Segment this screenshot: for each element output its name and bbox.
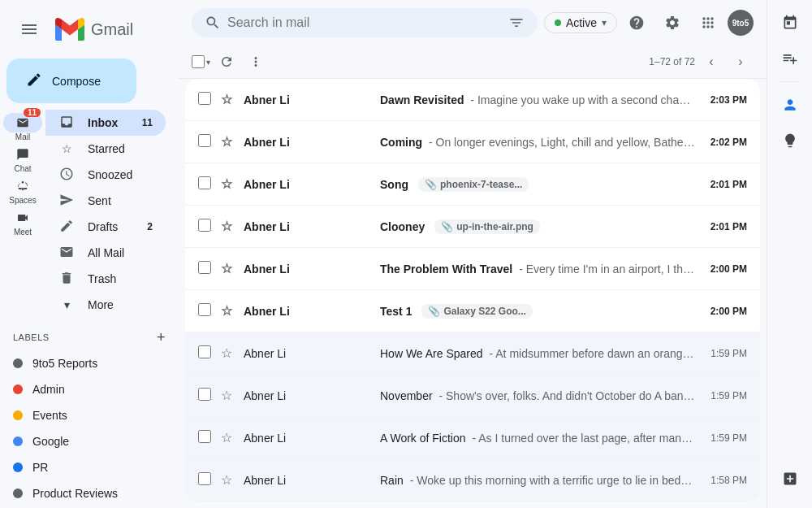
email-row[interactable]: ☆ Abner Li November - Show's over, folks… bbox=[185, 375, 760, 417]
add-label-button[interactable]: + bbox=[157, 329, 166, 346]
email-star[interactable]: ☆ bbox=[221, 261, 237, 276]
email-row[interactable]: ☆ Abner Li Song📎phoenix-7-tease... 2:01 … bbox=[185, 163, 760, 206]
email-checkbox[interactable] bbox=[198, 388, 211, 401]
prev-page-button[interactable]: ‹ bbox=[698, 49, 724, 75]
email-row[interactable]: ☆ Abner Li Rain - Woke up this morning w… bbox=[185, 459, 760, 501]
select-all-checkbox[interactable] bbox=[192, 55, 205, 68]
email-checkbox[interactable] bbox=[198, 261, 211, 274]
nav-icon-chat[interactable]: Chat bbox=[3, 145, 42, 173]
email-checkbox[interactable] bbox=[198, 472, 211, 485]
email-checkbox[interactable] bbox=[198, 134, 211, 147]
email-checkbox[interactable] bbox=[198, 430, 211, 443]
nav-icon-spaces[interactable]: Spaces bbox=[3, 176, 42, 205]
search-filter-icon[interactable] bbox=[508, 15, 525, 31]
email-checkbox[interactable] bbox=[198, 176, 211, 189]
more-nav-icon: ▾ bbox=[58, 298, 75, 311]
label-pr[interactable]: PR bbox=[0, 454, 166, 480]
email-star[interactable]: ☆ bbox=[221, 176, 237, 192]
more-options-button[interactable] bbox=[243, 49, 269, 75]
nav-drafts[interactable]: Drafts 2 bbox=[45, 214, 166, 240]
email-star[interactable]: ☆ bbox=[221, 303, 237, 319]
select-dropdown-icon[interactable]: ▾ bbox=[206, 58, 210, 67]
email-star[interactable]: ☆ bbox=[221, 345, 237, 361]
email-checkbox-area[interactable] bbox=[198, 219, 214, 234]
settings-button[interactable] bbox=[656, 7, 689, 39]
refresh-button[interactable] bbox=[214, 49, 240, 75]
email-body: Clooney📎up-in-the-air.png bbox=[380, 219, 695, 234]
email-checkbox[interactable] bbox=[198, 345, 211, 358]
email-row[interactable]: ☆ Abner Li Coming - On longer evenings, … bbox=[185, 121, 760, 163]
email-checkbox-area[interactable] bbox=[198, 176, 214, 192]
email-row[interactable]: ☆ Abner Li How We Are Spared - At midsum… bbox=[185, 332, 760, 375]
nav-icon-meet[interactable]: Meet bbox=[3, 208, 42, 237]
attachment-icon: 📎 bbox=[425, 179, 437, 190]
side-panel-keep[interactable] bbox=[774, 124, 806, 157]
search-input[interactable] bbox=[227, 15, 502, 30]
email-checkbox-area[interactable] bbox=[198, 261, 214, 276]
help-button[interactable] bbox=[620, 7, 653, 39]
active-status[interactable]: Active ▾ bbox=[544, 12, 617, 33]
email-checkbox-area[interactable] bbox=[198, 388, 214, 403]
nav-snoozed[interactable]: Snoozed bbox=[45, 162, 166, 188]
side-panel-tasks[interactable] bbox=[774, 42, 806, 75]
email-row[interactable]: ☆ Abner Li The Problem With Travel - Eve… bbox=[185, 248, 760, 290]
email-body: Dawn Revisited - Imagine you wake up wit… bbox=[380, 93, 695, 106]
side-panel-calendar[interactable] bbox=[774, 7, 806, 39]
nav-more[interactable]: ▾ More bbox=[45, 292, 166, 318]
nav-icon-mail[interactable]: 11 Mail bbox=[3, 113, 42, 141]
nav-inbox[interactable]: Inbox 11 bbox=[45, 110, 166, 136]
active-dot bbox=[555, 20, 561, 26]
menu-button[interactable] bbox=[13, 13, 45, 46]
email-subject: November bbox=[380, 389, 433, 402]
drafts-icon bbox=[58, 219, 75, 236]
pagination-text: 1–72 of 72 bbox=[649, 56, 695, 67]
email-checkbox-area[interactable] bbox=[198, 472, 214, 488]
email-checkbox[interactable] bbox=[198, 219, 211, 232]
email-time: 2:01 PM bbox=[702, 221, 747, 232]
email-snippet: - Woke up this morning with a terrific u… bbox=[407, 474, 695, 487]
email-checkbox[interactable] bbox=[198, 92, 211, 105]
label-name-google: Google bbox=[32, 435, 69, 448]
side-panel-add-icon[interactable] bbox=[774, 462, 806, 495]
nav-sent[interactable]: Sent bbox=[45, 188, 166, 214]
compose-icon bbox=[26, 72, 42, 90]
email-checkbox-area[interactable] bbox=[198, 303, 214, 319]
email-star[interactable]: ☆ bbox=[221, 219, 237, 234]
email-star[interactable]: ☆ bbox=[221, 388, 237, 403]
select-all-area[interactable]: ▾ bbox=[192, 55, 210, 68]
avatar-text: 9to5 bbox=[732, 19, 749, 28]
email-row[interactable]: ☆ Abner Li Clooney📎up-in-the-air.png 2:0… bbox=[185, 206, 760, 248]
label-google[interactable]: Google bbox=[0, 428, 166, 454]
active-label: Active bbox=[566, 16, 597, 29]
avatar[interactable]: 9to5 bbox=[728, 10, 754, 36]
label-events[interactable]: Events bbox=[0, 402, 166, 428]
email-sender: Abner Li bbox=[244, 178, 374, 191]
apps-button[interactable] bbox=[692, 7, 724, 39]
next-page-button[interactable]: › bbox=[728, 49, 754, 75]
label-dot-product bbox=[13, 488, 23, 498]
side-panel-contacts[interactable] bbox=[774, 89, 806, 121]
compose-button[interactable]: Compose bbox=[6, 59, 136, 103]
nav-all-mail[interactable]: All Mail bbox=[45, 240, 166, 266]
email-star[interactable]: ☆ bbox=[221, 134, 237, 150]
nav-trash[interactable]: Trash bbox=[45, 266, 166, 292]
email-row[interactable]: ☆ Abner Li Dawn Revisited - Imagine you … bbox=[185, 79, 760, 121]
email-checkbox-area[interactable] bbox=[198, 92, 214, 107]
label-product[interactable]: Product Reviews bbox=[0, 480, 166, 506]
pagination: 1–72 of 72 ‹ › bbox=[649, 49, 754, 75]
email-checkbox-area[interactable] bbox=[198, 134, 214, 150]
email-row[interactable]: ☆ Abner Li Test 1📎Galaxy S22 Goo... 2:00… bbox=[185, 290, 760, 332]
label-admin[interactable]: Admin bbox=[0, 376, 166, 402]
starred-icon: ☆ bbox=[58, 142, 75, 155]
email-checkbox-area[interactable] bbox=[198, 345, 214, 361]
label-9to5[interactable]: 9to5 Reports bbox=[0, 350, 166, 376]
email-star[interactable]: ☆ bbox=[221, 430, 237, 445]
email-checkbox-area[interactable] bbox=[198, 430, 214, 445]
nav-starred[interactable]: ☆ Starred bbox=[45, 136, 166, 162]
attachment-icon: 📎 bbox=[441, 221, 453, 232]
email-star[interactable]: ☆ bbox=[221, 472, 237, 488]
email-row[interactable]: ☆ Abner Li A Work of Fiction - As I turn… bbox=[185, 417, 760, 459]
side-panel-add[interactable] bbox=[774, 462, 806, 495]
email-checkbox[interactable] bbox=[198, 303, 211, 316]
email-star[interactable]: ☆ bbox=[221, 92, 237, 107]
